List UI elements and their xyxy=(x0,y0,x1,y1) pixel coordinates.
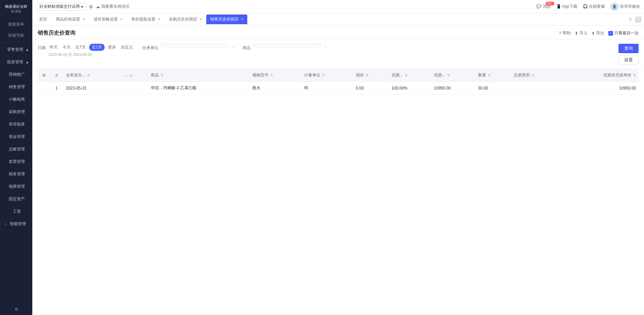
row-product: 华谊... 丙烯酸-2-乙基己酯 xyxy=(148,82,250,95)
messages-btn[interactable]: 💬 消息 99+ xyxy=(536,4,550,9)
date-btn-more[interactable]: 更多 xyxy=(107,44,117,51)
product-input[interactable] xyxy=(253,44,321,47)
message-icon: 💬 xyxy=(536,4,541,9)
headset-icon: 🎧 xyxy=(583,4,588,9)
col-header-quoted-price[interactable]: 报价 ⇅ xyxy=(353,69,389,82)
col-header-num: # xyxy=(50,69,63,82)
settings-icon[interactable]: ⚙ xyxy=(89,4,93,9)
module-selector[interactable]: 好业财标准版交付试用 ▾ xyxy=(36,3,86,10)
maximize-window-btn[interactable]: ⬜ xyxy=(635,16,641,23)
source-more-btn[interactable]: ... xyxy=(231,44,235,48)
sidebar-item-wholesale[interactable]: 批发管理 ▲ xyxy=(0,56,32,68)
sidebar-item-sales[interactable]: 销售管理 xyxy=(0,81,32,93)
tab-home[interactable]: 首页 xyxy=(35,14,51,24)
tab-selling-price[interactable]: 售价提取设置 × xyxy=(127,14,164,24)
online-service-btn[interactable]: 🎧 在线客服 xyxy=(583,4,605,9)
tab-selling-price-close[interactable]: × xyxy=(158,18,160,21)
col-header-spec[interactable]: 规格型号 ⇅ xyxy=(250,69,301,82)
sidebar-item-ai[interactable]: ● 智能管理 xyxy=(0,218,32,230)
col-header-discount2[interactable]: 优惠... ⇅ xyxy=(431,69,475,82)
sidebar-item-ecom-mgmt[interactable]: 电商管理 xyxy=(0,180,32,193)
search-menu[interactable]: 搜索菜单 xyxy=(0,18,32,31)
sort-icon-date: ⇅ xyxy=(87,73,90,77)
col-header-more[interactable]: ... ⇅ xyxy=(122,69,148,82)
col-header-unit[interactable]: 计量单位 ⇅ xyxy=(301,69,353,82)
tab-purchase-strategy-close[interactable]: × xyxy=(120,18,122,21)
source-input[interactable] xyxy=(161,44,228,47)
close-window-btn[interactable]: × xyxy=(629,16,632,23)
date-btn-7days[interactable]: 近7天 xyxy=(74,44,87,51)
tab-purchase-history-close[interactable]: × xyxy=(200,18,202,21)
col-header-settings[interactable]: ⚙ xyxy=(38,69,50,82)
topbar: 好业财标准版交付试用 ▾ ⚙ ☁ 我要看实例演示 💬 消息 99+ 📱 App下… xyxy=(32,0,644,13)
sort-icon-spec: ⇅ xyxy=(270,73,273,77)
sort-icon-quantity: ⇅ xyxy=(488,73,491,77)
user-profile-btn[interactable]: 👤 徐泽华修改 xyxy=(610,3,640,11)
col-header-quantity[interactable]: 数量 ⇅ xyxy=(475,69,511,82)
product-more-btn[interactable]: ... xyxy=(323,44,327,48)
tab-sales-history-close[interactable]: × xyxy=(241,18,243,21)
sidebar-item-ledger[interactable]: 总账管理 xyxy=(0,143,32,155)
row-discount2: 10950.00 xyxy=(431,82,475,95)
logo-edition: 标准版 xyxy=(3,9,30,14)
online-service-label: 在线客服 xyxy=(589,4,605,9)
sidebar-item-ecommerce[interactable]: 小畅电商 xyxy=(0,93,32,106)
app-logo: 畅捷通好业财 标准版 xyxy=(0,0,32,18)
row-settings xyxy=(38,82,50,95)
date-btn-custom[interactable]: 自定义 xyxy=(119,44,134,51)
setting-button[interactable]: 设置 xyxy=(618,55,639,65)
topbar-left: 好业财标准版交付试用 ▾ ⚙ ☁ 我要看实例演示 xyxy=(36,3,130,10)
demo-icon: ☁ xyxy=(96,4,100,9)
export-link[interactable]: ⬆ 导出 xyxy=(592,30,604,36)
table-row[interactable]: 1 2023-05-31 华谊... 丙烯酸-2-乙基己酯 散水 吨 0.00 … xyxy=(38,82,639,95)
only-last-checkbox[interactable]: 只看最后一次 xyxy=(608,30,639,36)
row-quoted-price: 0.00 xyxy=(353,82,389,95)
sidebar-item-retail[interactable]: 零售管理 ▲ xyxy=(0,43,32,56)
row-unit: 吨 xyxy=(301,82,353,95)
sidebar-item-capital[interactable]: 资金管理 xyxy=(0,131,32,143)
phone-icon: 📱 xyxy=(556,4,561,9)
sidebar-item-inventory[interactable]: 库存核算 xyxy=(0,118,32,131)
app-download-btn[interactable]: 📱 App下载 xyxy=(556,4,577,9)
tab-purchase-history[interactable]: 采购历史价跟踪 × xyxy=(165,14,206,24)
demo-link[interactable]: ☁ 我要看实例演示 xyxy=(96,4,130,9)
tab-sales-history-label: 销售历史价跟踪 xyxy=(210,16,239,22)
checkbox-icon xyxy=(608,31,613,36)
help-link[interactable]: ? 帮助 xyxy=(559,30,571,36)
col-header-trans-type[interactable]: 交易类型 ⇅ xyxy=(511,69,563,82)
tab-sales-history[interactable]: 销售历史价跟踪 × xyxy=(206,14,247,24)
tabs-bar: 首页 商品价格设置 × 进价策略设置 × 售价提取设置 × 采购历史价跟踪 × … xyxy=(32,13,644,26)
date-btn-yesterday[interactable]: 昨天 xyxy=(48,44,59,51)
sidebar-settings-btn[interactable]: ⚙ xyxy=(0,304,32,315)
tab-purchase-history-label: 采购历史价跟踪 xyxy=(169,16,197,22)
tab-product-price[interactable]: 商品价格设置 × xyxy=(52,14,89,24)
date-btn-today[interactable]: 今天 xyxy=(61,44,72,51)
sidebar-item-assets[interactable]: 固定资产 xyxy=(0,193,32,205)
date-btn-1month[interactable]: 近1月 xyxy=(89,44,105,51)
sidebar-item-invoice[interactable]: 发票管理 xyxy=(0,155,32,168)
query-button[interactable]: 查询 xyxy=(618,44,639,53)
data-table: ⚙ # 业务发生... ⇅ ... ⇅ 商品 ⇅ xyxy=(38,69,639,95)
sidebar-item-salary[interactable]: 工资 xyxy=(0,205,32,218)
row-trans-type xyxy=(511,82,563,95)
import-link[interactable]: ⬇ 导入 xyxy=(575,30,587,36)
quick-nav[interactable]: 快捷导航 xyxy=(0,31,32,40)
sidebar-item-purchase[interactable]: 采购管理 xyxy=(0,106,32,118)
sort-icon-discount1: ⇅ xyxy=(405,73,407,77)
filter-actions: 查询 设置 xyxy=(618,44,639,65)
sort-icon-quoted-price: ⇅ xyxy=(366,73,368,77)
app-download-label: App下载 xyxy=(562,4,577,9)
module-name: 好业财标准版交付试用 xyxy=(39,4,80,9)
user-name: 徐泽华修改 xyxy=(620,4,640,9)
tab-purchase-strategy[interactable]: 进价策略设置 × xyxy=(90,14,127,24)
logo-name: 畅捷通好业财 xyxy=(3,4,30,9)
sidebar-item-tax[interactable]: 税务管理 xyxy=(0,168,32,180)
col-header-price-notax[interactable]: 优惠前无税单价 ⇅ xyxy=(563,69,639,82)
col-header-product[interactable]: 商品 ⇅ xyxy=(148,69,250,82)
divider-1 xyxy=(0,42,32,42)
only-last-label: 只看最后一次 xyxy=(614,30,639,36)
col-header-date[interactable]: 业务发生... ⇅ xyxy=(63,69,122,82)
col-header-discount1[interactable]: 优惠... ⇅ xyxy=(389,69,431,82)
tab-product-price-close[interactable]: × xyxy=(83,18,85,21)
sidebar-item-marketing[interactable]: 营销推广 xyxy=(0,68,32,81)
